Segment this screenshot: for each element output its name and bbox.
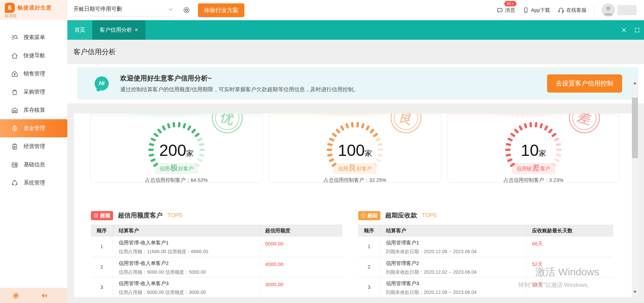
customer-name: 信用管理-收入单客户2 — [119, 260, 259, 267]
message-icon — [496, 7, 503, 14]
table-title: 超期应收款 — [385, 211, 417, 220]
col-customer: 结算客户 — [113, 225, 259, 237]
sidebar-item-label: 系统管理 — [24, 179, 45, 187]
gauge-poor: 10家 — [498, 119, 569, 163]
card-credit-excellent: 优 200家 信用极好客户 占总信用控制客户：64.52% — [90, 113, 263, 183]
brand-logo-icon: 6 — [5, 3, 15, 13]
tab-home[interactable]: 首页 — [67, 20, 92, 40]
aging-days-value: 66天 — [526, 237, 613, 257]
sidebar-item-label: 经营管理 — [24, 143, 45, 150]
clipboard-icon — [11, 143, 19, 150]
col-order: 顺序 — [358, 225, 380, 237]
table-header-row: 顺序 结算客户 应收账龄最长天数 — [358, 225, 613, 237]
credit-level-badge: 信用较差客户 — [512, 163, 555, 174]
sidebar-footer — [0, 288, 67, 303]
table-header-row: 顺序 结算客户 超信用额度 — [91, 225, 342, 237]
search-menu-icon — [11, 34, 19, 41]
app-download-link[interactable]: App下载 — [522, 7, 550, 13]
settings-gear-icon[interactable] — [12, 292, 20, 299]
messages-label: 消息 — [505, 7, 515, 13]
over-credit-table-header: 超额 超信用额度客户 TOP5 — [91, 211, 342, 220]
sidebar-item-quick-nav[interactable]: 快捷导航 — [0, 46, 67, 65]
table-title: 超信用额度客户 — [118, 211, 163, 220]
messages-link[interactable]: 99 + 消息 — [496, 7, 515, 14]
over-credit-value: 5000.00 — [259, 237, 342, 257]
vertical-scrollbar[interactable] — [632, 80, 638, 295]
scroll-up-arrow[interactable] — [633, 82, 637, 84]
sidebar-item-label: 基础信息 — [24, 161, 45, 168]
gauge-good: 100家 — [319, 119, 390, 163]
banner-title: 欢迎使用好生意客户信用分析~ — [120, 74, 359, 83]
sidebar-item-search-menu[interactable]: 搜索菜单 — [0, 28, 67, 46]
yuan-circle-icon — [93, 213, 99, 218]
app-window: 6 畅捷通好生意 标准版 搜索菜单 快捷导航 销售管理 采购管理 — [0, 0, 644, 303]
chevron-down-icon — [168, 6, 174, 12]
table-row[interactable]: 3 信用管理客户3到期未收款日期：2020.12.08 -- 2023.06.0… — [358, 277, 613, 297]
sidebar-nav: 搜索菜单 快捷导航 销售管理 采购管理 库存核算 资金管理 — [0, 20, 67, 288]
clock-icon — [361, 213, 366, 218]
username-redacted — [617, 5, 637, 15]
system-icon — [11, 179, 19, 187]
table-row[interactable]: 3 信用管理-收入单客户3信用占用额：6000.00 信用额度：3000.00 … — [91, 277, 342, 297]
tab-credit-analysis[interactable]: 客户信用分析 × — [92, 20, 145, 40]
account-book-select[interactable]: 开账日期可停用可删 — [73, 4, 174, 16]
sidebar-item-purchase[interactable]: 采购管理 — [0, 83, 67, 101]
mobile-app-icon — [522, 7, 529, 13]
trial-industry-button[interactable]: 体验行业方案 — [198, 3, 244, 17]
tab-close-icon[interactable]: × — [135, 27, 138, 33]
header-gear-icon[interactable] — [182, 6, 191, 14]
stamp-poor: 差 — [565, 113, 604, 137]
overdue-detail: 到期未收款日期：2020.12.08 -- 2023.06.04 — [386, 290, 526, 296]
brand-name: 畅捷通好生意 — [18, 4, 52, 11]
online-service-link[interactable]: 在线客服 — [557, 7, 586, 14]
sidebar-item-sales[interactable]: 销售管理 — [0, 65, 67, 83]
sidebar-item-system[interactable]: 系统管理 — [0, 174, 67, 192]
table-row[interactable]: 2 信用管理-收入单客户2信用占用额：9000.00 信用额度：5000.00 … — [91, 257, 342, 277]
sidebar-item-base-info[interactable]: 基础信息 — [0, 156, 67, 174]
tables-row: 超额 超信用额度客户 TOP5 顺序 结算客户 超信用额度 — [74, 211, 632, 297]
tabbar-actions — [621, 20, 640, 40]
table-row[interactable]: 1 信用管理客户1到期未收款日期：2020.12.08 -- 2023.06.0… — [358, 237, 613, 257]
table-row[interactable]: 1 信用管理-收入单客户1信用占用额：11666.00 信用额度：6666.00… — [91, 237, 342, 257]
customer-name: 信用管理客户1 — [386, 240, 526, 246]
credit-level-badge: 信用极好客户 — [155, 163, 198, 174]
content-panel: 优 200家 信用极好客户 占总信用控制客户：64.52% 良 100家 — [74, 113, 632, 297]
messages-badge: 99 + — [504, 1, 516, 6]
banner-subtitle: 通过控制结算客户的信用额度/信用期限，可实时掌握客户欠款超期等信用信息，及时进行… — [120, 86, 359, 93]
sidebar-item-label: 销售管理 — [24, 70, 45, 77]
stamp-excellent: 优 — [208, 113, 246, 137]
card-credit-good: 良 100家 信用良好客户 占总信用控制客户：32.25% — [269, 113, 441, 183]
col-over-credit: 超信用额度 — [259, 225, 342, 237]
fullscreen-icon[interactable] — [634, 27, 640, 33]
col-max-aging-days: 应收账龄最长天数 — [526, 225, 613, 237]
sales-house-icon — [11, 70, 19, 78]
credit-level-badge: 信用良好客户 — [333, 163, 376, 174]
collapse-sidebar-icon[interactable] — [40, 292, 48, 299]
gauge-value: 200家 — [159, 141, 194, 160]
aging-days-value: 33天 — [526, 277, 613, 297]
sidebar-item-funds[interactable]: 资金管理 — [0, 119, 67, 137]
gauge-value: 10家 — [521, 141, 546, 160]
stamp-good: 良 — [387, 113, 425, 137]
table-row[interactable]: 2 信用管理客户2到期未收款日期：2020.12.02 -- 2023.06.0… — [358, 257, 613, 277]
app-download-label: App下载 — [531, 7, 550, 13]
user-account[interactable] — [602, 3, 637, 17]
sidebar-item-operations[interactable]: 经营管理 — [0, 137, 67, 156]
share-of-total: 占总信用控制客户：64.52% — [91, 177, 262, 183]
page-title: 客户信用分析 — [73, 47, 116, 57]
sidebar-item-label: 库存核算 — [24, 107, 45, 114]
edition-label: 标准版 — [5, 13, 63, 19]
account-book-value: 开账日期可停用可删 — [73, 6, 168, 13]
scroll-down-arrow[interactable] — [633, 291, 637, 293]
gauge-cards-row: 优 200家 信用极好客户 占总信用控制客户：64.52% 良 100家 — [74, 113, 632, 183]
overdue-table-header: 超期 超期应收款 TOP5 — [358, 211, 613, 220]
sidebar-item-inventory[interactable]: 库存核算 — [0, 101, 67, 119]
close-all-icon[interactable] — [621, 27, 627, 33]
scrollbar-thumb[interactable] — [632, 98, 638, 158]
sidebar-item-label: 搜索菜单 — [24, 34, 45, 41]
home-icon — [11, 52, 19, 60]
customer-name: 信用管理客户2 — [386, 260, 526, 267]
aging-days-value: 52天 — [526, 257, 613, 277]
page-title-strip: 客户信用分析 — [67, 40, 644, 64]
setup-credit-control-button[interactable]: 去设置客户信用控制 — [547, 74, 622, 93]
